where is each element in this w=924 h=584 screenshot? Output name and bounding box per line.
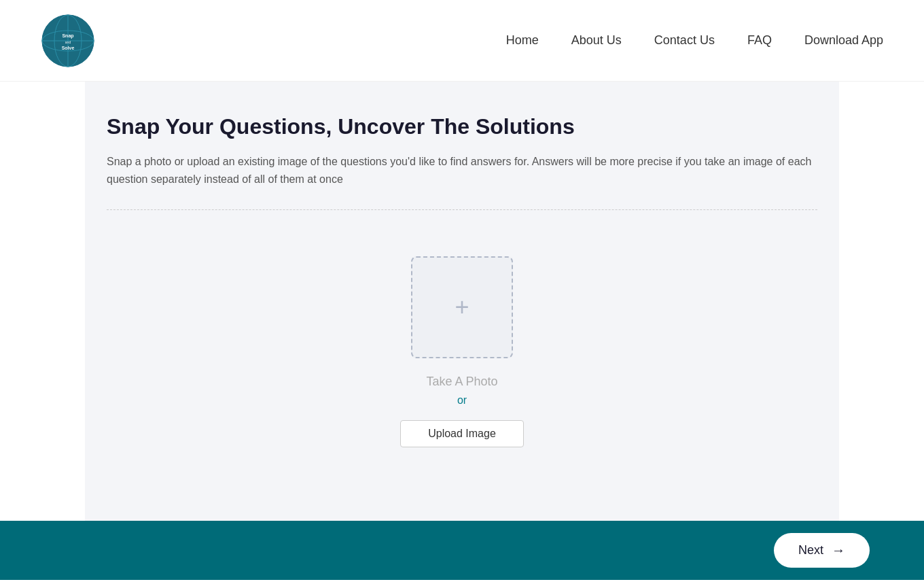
svg-text:Solve: Solve <box>62 46 75 50</box>
page-title: Snap Your Questions, Uncover The Solutio… <box>107 114 817 139</box>
logo-icon: Snap and Solve <box>41 14 95 68</box>
page-subtitle: Snap a photo or upload an existing image… <box>107 153 817 188</box>
navbar: Snap and Solve Home About Us Contact Us … <box>0 0 924 82</box>
nav-links: Home About Us Contact Us FAQ Download Ap… <box>506 33 883 48</box>
next-button-label: Next <box>798 543 823 557</box>
upload-image-button[interactable]: Upload Image <box>400 420 524 447</box>
main-content: Snap Your Questions, Uncover The Solutio… <box>85 82 839 521</box>
nav-item-faq[interactable]: FAQ <box>747 33 772 48</box>
plus-icon: + <box>455 295 469 320</box>
section-divider <box>107 209 817 210</box>
arrow-right-icon: → <box>832 543 845 558</box>
svg-text:Snap: Snap <box>62 33 73 39</box>
or-label: or <box>457 394 467 407</box>
photo-upload-box[interactable]: + <box>411 256 513 358</box>
nav-item-home[interactable]: Home <box>506 33 539 48</box>
nav-link-contact[interactable]: Contact Us <box>654 33 715 47</box>
nav-link-about[interactable]: About Us <box>571 33 622 47</box>
nav-link-home[interactable]: Home <box>506 33 539 47</box>
svg-text:and: and <box>65 40 71 44</box>
nav-item-contact[interactable]: Contact Us <box>654 33 715 48</box>
footer-bar: Next → <box>0 521 924 580</box>
nav-item-download[interactable]: Download App <box>804 33 883 48</box>
nav-link-download[interactable]: Download App <box>804 33 883 47</box>
nav-item-about[interactable]: About Us <box>571 33 622 48</box>
upload-section: + Take A Photo or Upload Image <box>107 243 817 488</box>
take-photo-label: Take A Photo <box>426 375 497 389</box>
logo[interactable]: Snap and Solve <box>41 14 95 68</box>
nav-link-faq[interactable]: FAQ <box>747 33 772 47</box>
next-button[interactable]: Next → <box>774 533 870 568</box>
